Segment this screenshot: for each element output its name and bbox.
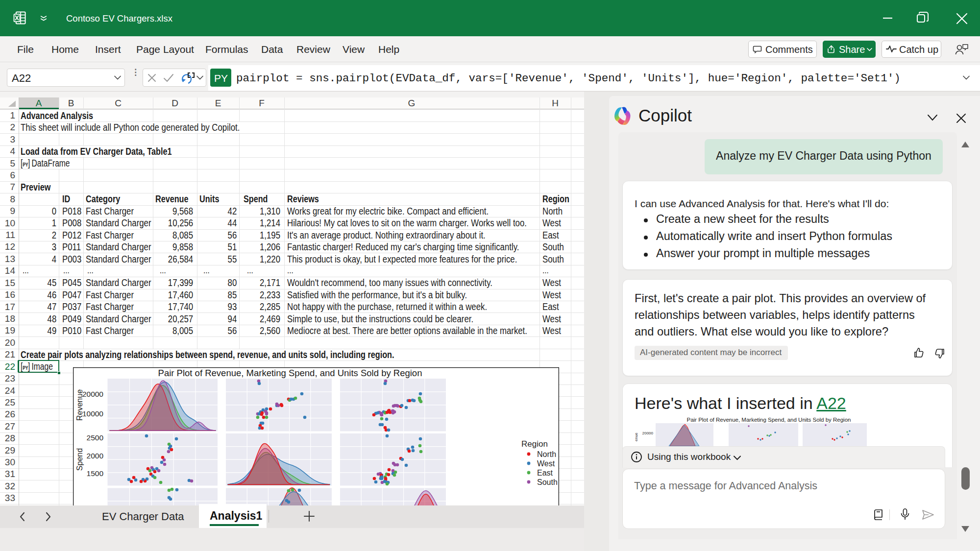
svg-text:Revenue: Revenue xyxy=(75,389,84,421)
svg-text:2500: 2500 xyxy=(87,433,104,442)
svg-text:West: West xyxy=(537,459,555,468)
svg-text:1500: 1500 xyxy=(87,469,104,478)
svg-text:Region: Region xyxy=(521,439,548,449)
svg-text:Spend: Spend xyxy=(75,448,84,471)
svg-text:enue: enue xyxy=(634,432,638,441)
svg-text:North: North xyxy=(537,450,556,458)
svg-text:East: East xyxy=(537,469,553,477)
svg-text:20000: 20000 xyxy=(642,431,654,435)
svg-text:2000: 2000 xyxy=(87,452,104,460)
svg-text:20000: 20000 xyxy=(82,390,103,398)
svg-text:Pair Plot of Revenue, Marketin: Pair Plot of Revenue, Marketing Spend, a… xyxy=(687,417,851,423)
svg-text:South: South xyxy=(537,478,558,486)
svg-text:10000: 10000 xyxy=(82,409,103,418)
svg-text:Pair Plot of Revenue, Marketin: Pair Plot of Revenue, Marketing Spend, a… xyxy=(158,368,422,378)
